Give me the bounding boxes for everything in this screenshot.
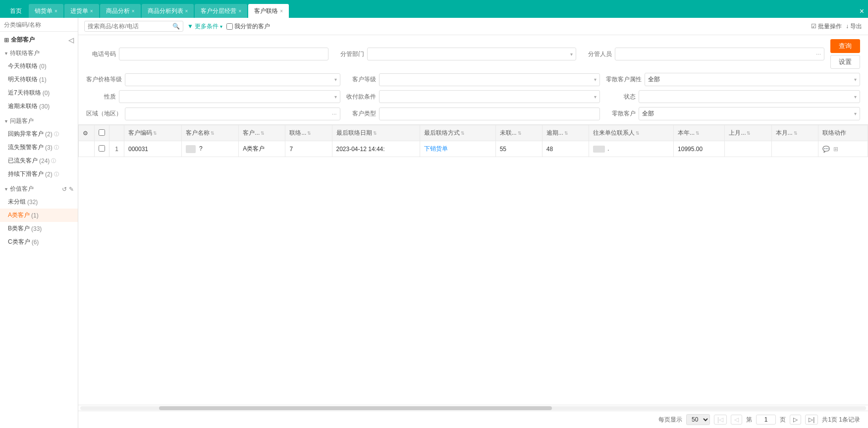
sidebar-item-b-class[interactable]: B类客户 (33)	[0, 222, 78, 235]
price-level-label: 客户价格等级	[86, 75, 122, 84]
sidebar-item-churn-warning[interactable]: 流失预警客户 (3) ⓘ	[0, 141, 78, 154]
settings-gear-icon[interactable]: ⚙	[83, 130, 88, 137]
sort-year-icon: ⇅	[696, 131, 700, 136]
value-customers-title[interactable]: ▼ 价值客户 ↺ ✎	[0, 183, 78, 195]
problem-customers-section: ▼ 问题客户 回购异常客户 (2) ⓘ 流失预警客户 (3) ⓘ 已流失客户 (…	[0, 114, 78, 182]
my-customers-checkbox[interactable]	[226, 23, 233, 30]
payment-select[interactable]: ▾	[379, 90, 600, 103]
nav-tab-home[interactable]: 首页	[4, 4, 28, 18]
filter-person: 分管人员 ···	[582, 48, 824, 60]
query-button[interactable]: 查询	[830, 39, 860, 53]
filter-dept: 分管部门 ▾	[334, 48, 577, 60]
status-select[interactable]: ▾	[639, 90, 860, 103]
table-area: ⚙ 客户编码 ⇅	[78, 125, 868, 405]
contact-method-link[interactable]: 下销货单	[424, 145, 448, 152]
nature-select[interactable]: ▾	[119, 90, 340, 103]
region-select[interactable]: ···	[125, 107, 340, 120]
col-code[interactable]: 客户编码 ⇅	[124, 125, 182, 141]
arrow-down-icon3: ▼	[4, 187, 8, 192]
col-type[interactable]: 客户... ⇅	[239, 125, 285, 141]
sidebar-search-input[interactable]	[4, 21, 78, 28]
batch-operation-button[interactable]: ☑ 批量操作	[811, 22, 842, 31]
price-level-select[interactable]: ▾	[125, 73, 340, 86]
row-no: 1	[109, 141, 124, 157]
col-settings[interactable]: ⚙	[79, 125, 95, 141]
edit-icon[interactable]: ✎	[69, 186, 74, 193]
sidebar-item-churned[interactable]: 已流失客户 (24) ⓘ	[0, 154, 78, 167]
phone-input[interactable]	[119, 48, 328, 60]
nav-tab-analysis-list[interactable]: 商品分析列表 ×	[142, 4, 194, 18]
col-no-contact[interactable]: 未联... ⇅	[495, 125, 542, 141]
select-all-checkbox[interactable]	[99, 129, 105, 136]
col-last-date[interactable]: 最后联络日期 ⇅	[332, 125, 420, 141]
collapse-sidebar-icon[interactable]: ◁	[68, 36, 74, 44]
close-customer-contact-icon[interactable]: ×	[280, 8, 283, 14]
col-last-method[interactable]: 最后联络方式 ⇅	[420, 125, 496, 141]
per-page-label: 每页显示	[658, 416, 682, 424]
nav-tab-customer-contact[interactable]: 客户联络 ×	[248, 4, 289, 18]
col-overdue[interactable]: 逾期... ⇅	[542, 125, 589, 141]
settings-button[interactable]: 设置	[830, 55, 860, 69]
grid-action-icon[interactable]: ⊞	[833, 146, 838, 153]
close-sales-icon[interactable]: ×	[54, 8, 57, 14]
chat-action-icon[interactable]: 💬	[822, 146, 830, 153]
per-page-select[interactable]: 50	[686, 414, 710, 425]
close-analysis-list-icon[interactable]: ×	[185, 8, 188, 14]
last-page-button[interactable]: ▷|	[805, 415, 818, 425]
filter-retail-customer: 零散客户 全部▾	[606, 107, 860, 120]
row-checkbox[interactable]	[99, 145, 105, 152]
next-page-button[interactable]: ▷	[790, 415, 801, 425]
row-contact: 7	[285, 141, 332, 157]
close-purchase-icon[interactable]: ×	[90, 8, 93, 14]
sidebar-item-declining[interactable]: 持续下滑客户 (2) ⓘ	[0, 167, 78, 181]
info-icon-3: ⓘ	[51, 158, 56, 164]
customer-type-select[interactable]	[379, 107, 600, 120]
sidebar-item-c-class[interactable]: C类客户 (6)	[0, 235, 78, 249]
retail-customer-select[interactable]: 全部▾	[639, 107, 860, 120]
search-icon[interactable]: 🔍	[172, 23, 180, 30]
customer-level-select[interactable]: ▾	[379, 73, 600, 86]
sidebar-item-a-class[interactable]: A类客户 (1)	[0, 209, 78, 222]
col-last-month[interactable]: 上月... ⇅	[725, 125, 771, 141]
sidebar-item-repurchase-abnormal[interactable]: 回购异常客户 (2) ⓘ	[0, 127, 78, 141]
search-input[interactable]	[88, 23, 172, 30]
col-this-year[interactable]: 本年... ⇅	[674, 125, 725, 141]
retail-attr-select[interactable]: 全部▾	[645, 73, 860, 86]
page-suffix: 页	[780, 416, 786, 424]
value-customers-section: ▼ 价值客户 ↺ ✎ 未分组 (32) A类客户 (1) B类客户 (33)	[0, 182, 78, 250]
first-page-button[interactable]: |◁	[714, 415, 727, 425]
person-select[interactable]: ···	[615, 48, 824, 60]
sidebar-item-7day-pending[interactable]: 近7天待联络 (0)	[0, 86, 78, 100]
col-action: 联络动作	[818, 125, 868, 141]
nav-tab-analysis[interactable]: 商品分析 ×	[100, 4, 141, 18]
nav-tab-customer-mgmt[interactable]: 客户分层经营 ×	[195, 4, 247, 18]
col-name[interactable]: 客户名称 ⇅	[181, 125, 239, 141]
batch-icon: ☑	[811, 23, 816, 30]
sidebar-search-area: 🔍	[0, 18, 78, 32]
sidebar-item-overdue-pending[interactable]: 逾期未联络 (30)	[0, 100, 78, 113]
more-filter-button[interactable]: ▼ 更多条件 ▾	[187, 22, 222, 31]
col-unit-contact[interactable]: 往来单位联系人 ⇅	[589, 125, 673, 141]
close-customer-mgmt-icon[interactable]: ×	[238, 8, 241, 14]
page-number-input[interactable]	[756, 415, 776, 425]
dept-select[interactable]: ▾	[367, 48, 577, 60]
sidebar-item-today-pending[interactable]: 今天待联络 (0)	[0, 59, 78, 73]
close-all-button[interactable]: ×	[860, 7, 864, 18]
horizontal-scrollbar[interactable]	[78, 405, 868, 411]
problem-customers-title[interactable]: ▼ 问题客户	[0, 115, 78, 127]
filter-status: 状态 ▾	[606, 90, 860, 103]
sidebar-item-tomorrow-pending[interactable]: 明天待联络 (1)	[0, 73, 78, 86]
col-contact[interactable]: 联络... ⇅	[285, 125, 332, 141]
row-settings-cell	[79, 141, 95, 157]
col-this-month[interactable]: 本月... ⇅	[771, 125, 818, 141]
close-analysis-icon[interactable]: ×	[132, 8, 135, 14]
nav-tab-purchase[interactable]: 进货单 ×	[64, 4, 99, 18]
pending-contact-title[interactable]: ▼ 待联络客户	[0, 47, 78, 59]
sort-method-icon: ⇅	[461, 131, 465, 136]
export-button[interactable]: ↓ 导出	[846, 22, 862, 31]
refresh-icon[interactable]: ↺	[62, 186, 67, 193]
nav-tab-sales[interactable]: 销货单 ×	[29, 4, 63, 18]
sidebar-item-unclassified[interactable]: 未分组 (32)	[0, 195, 78, 209]
prev-page-button[interactable]: ◁	[731, 415, 742, 425]
sort-thismonth-icon: ⇅	[794, 131, 798, 136]
